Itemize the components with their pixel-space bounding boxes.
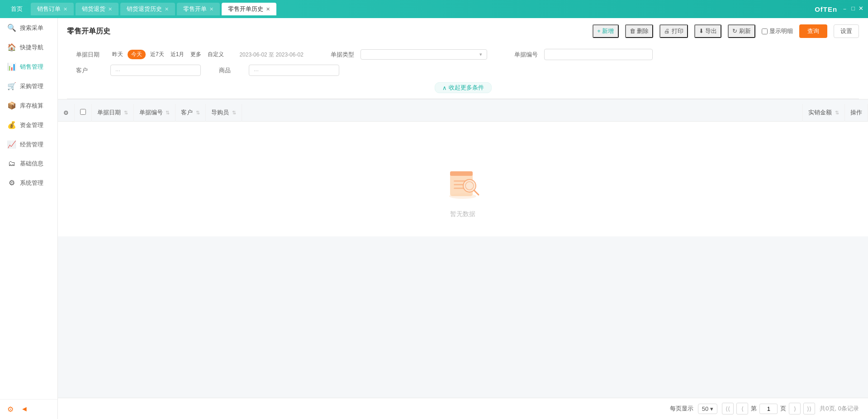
th-date-label: 单据日期 <box>97 109 121 116</box>
data-table: ⚙ 单据日期 ⇅ 单据编号 ⇅ <box>58 104 868 236</box>
prev-page-button[interactable]: ⟨ <box>736 403 748 414</box>
minimize-button[interactable]: － <box>842 5 848 13</box>
goods-label: 商品 <box>219 66 244 75</box>
date-btn-7days[interactable]: 近7天 <box>148 50 166 59</box>
th-salesperson-label: 导购员 <box>211 109 229 116</box>
sidebar-item-inventory-label: 库存核算 <box>20 102 43 110</box>
th-settings[interactable]: ⚙ <box>58 104 75 122</box>
sidebar: 🔍 搜索采单 🏠 快捷导航 📊 销售管理 🛒 采购管理 📦 库存核算 💰 资金管… <box>0 18 58 419</box>
next-page-button[interactable]: ⟩ <box>789 403 801 414</box>
close-icon[interactable]: ✕ <box>165 6 169 12</box>
close-icon[interactable]: ✕ <box>266 6 270 12</box>
close-button[interactable]: ✕ <box>859 5 863 13</box>
settings-icon[interactable]: ⚙ <box>63 109 69 116</box>
sidebar-item-system-mgmt[interactable]: ⚙ 系统管理 <box>0 173 57 193</box>
display-toggle-label: 显示明细 <box>769 27 793 35</box>
date-btn-more[interactable]: 更多 <box>189 50 203 59</box>
sort-icon-salesperson[interactable]: ⇅ <box>232 110 236 115</box>
setting-button[interactable]: 设置 <box>834 24 859 38</box>
content-area: 零售开单历史 + 新增 🗑 删除 🖨 打印 ⬇ 导出 ↻ 刷新 显示明细 查询 … <box>58 18 868 419</box>
tab-sales-order[interactable]: 销售订单 ✕ <box>31 3 74 15</box>
th-actions: 操作 <box>845 104 868 122</box>
date-btn-today[interactable]: 今天 <box>128 50 146 59</box>
maximize-button[interactable]: □ <box>851 5 855 13</box>
sort-icon-date[interactable]: ⇅ <box>124 110 128 115</box>
sidebar-item-search-order-label: 搜索采单 <box>20 24 43 32</box>
goods-input[interactable]: ··· <box>249 65 339 76</box>
collapse-button[interactable]: ∧ 收起更多条件 <box>435 82 492 93</box>
per-page-value: 50 <box>702 405 708 412</box>
first-page-button[interactable]: ⟨⟨ <box>722 403 734 414</box>
sort-icon-amount[interactable]: ⇅ <box>835 110 839 115</box>
per-page-arrow-icon: ▾ <box>710 405 713 412</box>
last-page-button[interactable]: ⟩⟩ <box>803 403 815 414</box>
sidebar-item-operations[interactable]: 📈 经营管理 <box>0 135 57 154</box>
page-nav: ⟨⟨ ⟨ 第 页 ⟩ ⟩⟩ <box>722 403 815 414</box>
display-toggle-checkbox[interactable] <box>762 28 768 34</box>
refresh-button[interactable]: ↻ 刷新 <box>728 24 755 38</box>
sidebar-item-finance[interactable]: 💰 资金管理 <box>0 115 57 135</box>
date-btn-custom[interactable]: 自定义 <box>206 50 226 59</box>
sidebar-item-inventory[interactable]: 📦 库存核算 <box>0 96 57 115</box>
top-bar: 首页 销售订单 ✕ 销货退货 ✕ 销货退货历史 ✕ 零售开单 ✕ 零售开单历史 … <box>0 0 868 18</box>
th-amount: 实销金额 ⇅ <box>803 104 845 122</box>
pagination-bar: 每页显示 50 ▾ ⟨⟨ ⟨ 第 页 ⟩ ⟩⟩ 共0页, 0条记录 <box>58 398 868 419</box>
bill-no-input[interactable] <box>544 49 653 60</box>
select-all-checkbox[interactable] <box>80 109 86 115</box>
bill-type-arrow-icon: ▾ <box>479 52 482 57</box>
export-button[interactable]: ⬇ 导出 <box>694 24 722 38</box>
sort-icon-customer[interactable]: ⇅ <box>196 110 200 115</box>
sidebar-item-basic-info-label: 基础信息 <box>20 160 43 168</box>
per-page-select[interactable]: 50 ▾ <box>698 404 717 414</box>
empty-illustration <box>440 158 485 203</box>
sidebar-item-quick-nav[interactable]: 🏠 快捷导航 <box>0 38 57 57</box>
sidebar-item-purchase-mgmt[interactable]: 🛒 采购管理 <box>0 76 57 96</box>
sidebar-item-finance-label: 资金管理 <box>20 121 43 129</box>
collapse-label: 收起更多条件 <box>449 84 484 92</box>
th-customer-label: 客户 <box>181 109 193 116</box>
th-salesperson: 导购员 ⇅ <box>205 104 242 122</box>
page-title-row: 零售开单历史 + 新增 🗑 删除 🖨 打印 ⬇ 导出 ↻ 刷新 显示明细 查询 … <box>67 24 859 38</box>
customer-input[interactable]: ··· <box>110 65 201 76</box>
per-page-label: 每页显示 <box>670 405 693 413</box>
sidebar-item-sales-mgmt[interactable]: 📊 销售管理 <box>0 57 57 76</box>
brand-logo: OfTEn <box>815 5 837 13</box>
table-header-row: ⚙ 单据日期 ⇅ 单据编号 ⇅ <box>58 104 868 122</box>
date-btn-yesterday[interactable]: 昨天 <box>110 50 125 59</box>
tab-home-label: 首页 <box>11 5 23 13</box>
window-controls: － □ ✕ <box>842 5 863 13</box>
query-button[interactable]: 查询 <box>799 24 827 38</box>
bill-type-label: 单据类型 <box>331 51 356 59</box>
table-body: 暂无数据 <box>58 122 868 237</box>
sidebar-item-search-order[interactable]: 🔍 搜索采单 <box>0 18 57 38</box>
sidebar-settings-icon[interactable]: ⚙ <box>7 405 14 414</box>
close-icon[interactable]: ✕ <box>108 6 112 12</box>
svg-line-7 <box>474 190 479 195</box>
add-button[interactable]: + 新增 <box>593 24 618 38</box>
display-toggle[interactable]: 显示明细 <box>762 27 793 35</box>
empty-cell: 暂无数据 <box>58 122 868 237</box>
date-btn-1month[interactable]: 近1月 <box>169 50 186 59</box>
purchase-mgmt-icon: 🛒 <box>7 82 16 90</box>
tab-retail-open[interactable]: 零售开单 ✕ <box>177 3 220 15</box>
tab-sales-return[interactable]: 销货退货 ✕ <box>76 3 119 15</box>
sidebar-collapse-icon[interactable]: ◄ <box>21 405 28 414</box>
basic-info-icon: 🗂 <box>7 160 16 168</box>
customer-label: 客户 <box>76 66 101 75</box>
date-range: 2023-06-02 至 2023-06-02 <box>239 51 303 59</box>
tab-retail-open-history[interactable]: 零售开单历史 ✕ <box>222 3 276 15</box>
tab-retail-open-history-label: 零售开单历史 <box>228 5 263 13</box>
bill-type-select[interactable]: ▾ <box>360 49 487 60</box>
close-icon[interactable]: ✕ <box>63 6 67 12</box>
sidebar-item-basic-info[interactable]: 🗂 基础信息 <box>0 154 57 173</box>
main-layout: 🔍 搜索采单 🏠 快捷导航 📊 销售管理 🛒 采购管理 📦 库存核算 💰 资金管… <box>0 18 868 419</box>
svg-rect-2 <box>450 171 473 176</box>
tab-home[interactable]: 首页 <box>5 3 29 15</box>
th-checkbox[interactable] <box>75 104 92 122</box>
sort-icon-bill-no[interactable]: ⇅ <box>166 110 170 115</box>
tab-sales-return-history[interactable]: 销货退货历史 ✕ <box>120 3 175 15</box>
print-button[interactable]: 🖨 打印 <box>659 24 688 38</box>
delete-button[interactable]: 🗑 删除 <box>625 24 654 38</box>
close-icon[interactable]: ✕ <box>209 6 213 12</box>
page-number-input[interactable] <box>759 404 778 414</box>
